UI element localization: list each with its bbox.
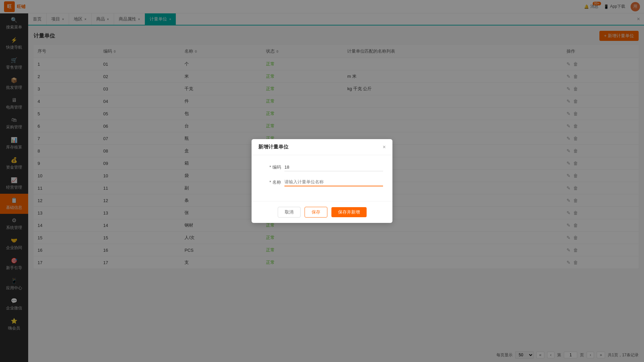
app-container: 旺 旺铺 🔔 消息 99+ 📱 App下载 用 🔍搜索菜单⚡快捷导航🛒零售管理📦…: [0, 0, 644, 362]
save-and-new-button[interactable]: 保存并新增: [331, 207, 367, 217]
name-form-row: * 名称: [261, 178, 383, 186]
code-label: * 编码: [261, 164, 281, 170]
name-input[interactable]: [284, 178, 383, 186]
modal-footer: 取消 保存 保存并新增: [252, 201, 392, 223]
modal-close-button[interactable]: ×: [383, 144, 386, 150]
cancel-button[interactable]: 取消: [278, 207, 301, 218]
modal-header: 新增计量单位 ×: [252, 139, 392, 155]
modal-title: 新增计量单位: [258, 144, 288, 150]
modal-overlay[interactable]: 新增计量单位 × * 编码 * 名称 取消 保存 保存并新增: [0, 0, 644, 362]
code-form-row: * 编码: [261, 163, 383, 171]
name-label: * 名称: [261, 179, 281, 185]
modal-body: * 编码 * 名称: [252, 155, 392, 201]
code-input[interactable]: [284, 163, 383, 171]
save-button[interactable]: 保存: [305, 207, 327, 218]
add-unit-modal: 新增计量单位 × * 编码 * 名称 取消 保存 保存并新增: [252, 139, 392, 223]
